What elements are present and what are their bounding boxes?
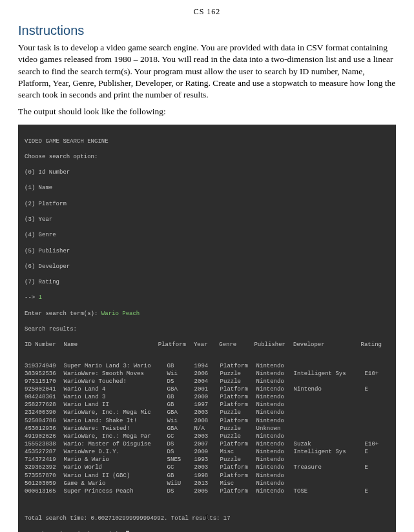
table-cell: WarioWare Touched! bbox=[64, 378, 167, 385]
header-year: Year bbox=[194, 341, 219, 351]
table-cell: Nintendo bbox=[256, 401, 294, 409]
header-name: Name bbox=[64, 341, 158, 351]
results-table: ID Number Name Platform Year Genre Publi… bbox=[25, 341, 389, 354]
table-cell: 383952536 bbox=[25, 370, 64, 378]
table-cell: GC bbox=[167, 433, 194, 440]
table-cell: Nintendo bbox=[256, 393, 294, 401]
table-cell: E bbox=[365, 448, 388, 456]
table-cell: E bbox=[365, 464, 388, 471]
table-cell: GB bbox=[167, 472, 194, 480]
table-row: 319374949Super Mario Land 3: WarioGB1994… bbox=[25, 362, 388, 370]
table-row: 714372419Mario & WarioSNES1993PuzzleNint… bbox=[25, 456, 388, 464]
table-cell: Platform bbox=[220, 417, 256, 425]
header-platform: Platform bbox=[158, 341, 194, 351]
table-cell: GBA bbox=[167, 425, 194, 433]
table-cell: Platform bbox=[220, 487, 256, 495]
table-cell: Platform bbox=[220, 464, 256, 471]
table-cell: Nintendo bbox=[256, 433, 294, 440]
table-cell bbox=[365, 472, 388, 480]
header-publisher: Publisher bbox=[254, 341, 293, 351]
table-cell: Nintendo bbox=[256, 417, 294, 425]
table-cell: N/A bbox=[194, 425, 220, 433]
table-row: 501203059Game & WarioWiiU2013MiscNintend… bbox=[25, 480, 388, 487]
table-cell: Mario & Wario bbox=[64, 456, 167, 464]
table-cell: 973115170 bbox=[25, 378, 64, 385]
table-cell: Platform bbox=[220, 362, 256, 370]
table-cell: 000613105 bbox=[25, 487, 64, 495]
table-cell: Wii bbox=[167, 370, 194, 378]
page-number: 1 bbox=[0, 511, 414, 523]
table-cell: Nintendo bbox=[256, 385, 294, 393]
table-cell: E10+ bbox=[365, 440, 388, 448]
table-cell: Wario World bbox=[64, 464, 167, 471]
results-header-row: ID Number Name Platform Year Genre Publi… bbox=[25, 341, 389, 351]
table-cell: 2003 bbox=[194, 433, 220, 440]
table-cell: 2003 bbox=[194, 409, 220, 416]
table-cell: Wario Land: Shake It! bbox=[64, 417, 167, 425]
terminal-choose: Choose search option: bbox=[25, 153, 389, 161]
table-cell: 2013 bbox=[194, 480, 220, 487]
table-cell bbox=[294, 378, 365, 385]
table-row: 453527287WarioWare D.I.Y.DS2009MiscNinte… bbox=[25, 448, 388, 456]
table-cell: WarioWare, Inc.: Mega Par bbox=[64, 433, 167, 440]
table-cell bbox=[365, 401, 388, 409]
table-cell: TOSE bbox=[294, 487, 365, 495]
table-cell: SNES bbox=[167, 456, 194, 464]
header-genre: Genre bbox=[219, 341, 254, 351]
table-cell: 2005 bbox=[194, 487, 220, 495]
table-cell: Treasure bbox=[294, 464, 365, 471]
table-cell: 319374949 bbox=[25, 362, 64, 370]
table-cell: Super Princess Peach bbox=[64, 487, 167, 495]
table-cell bbox=[365, 456, 388, 464]
table-cell: Puzzle bbox=[220, 409, 256, 416]
table-cell: 573557870 bbox=[25, 472, 64, 480]
table-cell: 453527287 bbox=[25, 448, 64, 456]
table-cell: 2003 bbox=[194, 464, 220, 471]
table-cell: 925002041 bbox=[25, 385, 64, 393]
table-row: 329362392Wario WorldGC2003PlatformNinten… bbox=[25, 464, 388, 471]
prompt-line: --> 1 bbox=[25, 294, 389, 302]
table-cell: Puzzle bbox=[220, 456, 256, 464]
table-cell bbox=[294, 401, 365, 409]
table-cell: 453012936 bbox=[25, 425, 64, 433]
table-cell bbox=[365, 362, 388, 370]
table-cell: Suzak bbox=[294, 440, 365, 448]
table-cell: Game & Wario bbox=[64, 480, 167, 487]
table-cell: 491902626 bbox=[25, 433, 64, 440]
table-cell: Wario Land 4 bbox=[64, 385, 167, 393]
table-cell: 525004786 bbox=[25, 417, 64, 425]
table-row: 984248361Wario Land 3GB2000PlatformNinte… bbox=[25, 393, 388, 401]
table-cell: Puzzle bbox=[220, 433, 256, 440]
results-label: Search results: bbox=[25, 325, 389, 333]
table-cell: Platform bbox=[220, 401, 256, 409]
option-7: (7) Rating bbox=[25, 278, 389, 286]
table-cell: 1998 bbox=[194, 472, 220, 480]
table-cell: Nintendo bbox=[256, 464, 294, 471]
table-cell: 2001 bbox=[194, 385, 220, 393]
table-row: 491902626WarioWare, Inc.: Mega ParGC2003… bbox=[25, 433, 388, 440]
table-cell: 258277628 bbox=[25, 401, 64, 409]
table-cell: Nintendo bbox=[294, 385, 365, 393]
terminal-title: VIDEO GAME SEARCH ENGINE bbox=[25, 138, 389, 145]
table-cell: Nintendo bbox=[256, 362, 294, 370]
table-cell: DS bbox=[167, 378, 194, 385]
results-body: 319374949Super Mario Land 3: WarioGB1994… bbox=[25, 362, 388, 495]
header-rating: Rating bbox=[361, 341, 389, 351]
table-cell: GB bbox=[167, 362, 194, 370]
table-row: 258277628Wario Land IIGB1997PlatformNint… bbox=[25, 401, 388, 409]
table-cell: DS bbox=[167, 440, 194, 448]
header-id: ID Number bbox=[25, 341, 64, 351]
header-developer: Developer bbox=[293, 341, 361, 351]
table-cell bbox=[365, 393, 388, 401]
table-cell: Intelligent Sys bbox=[294, 448, 365, 456]
table-cell bbox=[365, 417, 388, 425]
table-cell: Wario: Master of Disguise bbox=[64, 440, 167, 448]
table-cell bbox=[294, 472, 365, 480]
table-cell bbox=[294, 409, 365, 416]
table-row: 232400390WarioWare, Inc.: Mega MicGBA200… bbox=[25, 409, 388, 416]
enter-line: Enter search term(s): Wario Peach bbox=[25, 310, 389, 318]
output-intro: The output should look like the followin… bbox=[18, 106, 396, 118]
table-cell: Nintendo bbox=[256, 370, 294, 378]
table-cell: GB bbox=[167, 401, 194, 409]
table-cell: E bbox=[365, 385, 388, 393]
